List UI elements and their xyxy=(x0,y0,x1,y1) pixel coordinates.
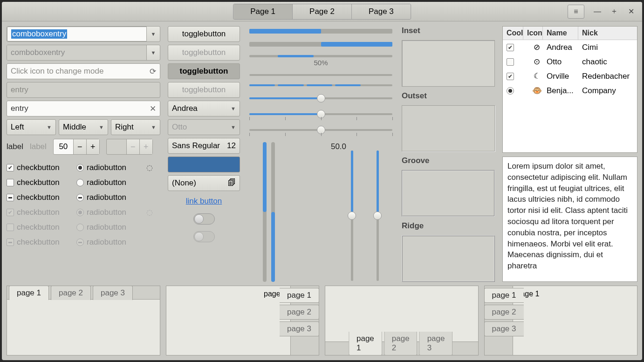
frame-groove xyxy=(402,170,495,217)
combo-left[interactable]: Left▼ xyxy=(7,119,56,135)
togglebutton-1[interactable]: togglebutton xyxy=(168,26,240,42)
treeview[interactable]: Cool Icon Name Nick ✔ ⊘ Andrea Cimi ⊙ xyxy=(502,26,637,153)
header-icon[interactable]: Icon xyxy=(523,27,543,40)
notebook-tab-1[interactable]: page 1 xyxy=(349,332,382,355)
titlebar: Page 1 Page 2 Page 3 ≡ — ＋ ✕ xyxy=(2,2,642,21)
table-row[interactable]: ⊙ Otto chaotic xyxy=(503,55,637,69)
mode-entry-input[interactable] xyxy=(11,67,150,76)
chevron-down-icon[interactable]: ▼ xyxy=(147,31,160,37)
column-treeview-text: Cool Icon Name Nick ✔ ⊘ Andrea Cimi ⊙ xyxy=(502,26,637,282)
checkbox-indeterminate-icon xyxy=(7,239,14,246)
entry-disabled xyxy=(7,82,160,98)
notebook-tab-2[interactable]: page 2 xyxy=(51,286,91,300)
combo-right[interactable]: Right▼ xyxy=(111,119,160,135)
column-frames: Inset Outset Groove Ridge xyxy=(402,26,495,282)
radiobutton-inconsistent[interactable]: radiobutton xyxy=(76,193,146,202)
notebook-tab-1[interactable]: page 1 xyxy=(280,288,319,303)
spinbutton-decrement[interactable]: − xyxy=(73,139,86,154)
entry-clearable[interactable]: ✕ xyxy=(7,101,160,116)
table-row[interactable]: 🐵 Benja... Company xyxy=(503,83,637,98)
scale-vertical-1[interactable] xyxy=(351,150,353,281)
cell-name: Andrea xyxy=(547,43,582,52)
textview[interactable]: Lorem ipsum dolor sit amet, consectetur … xyxy=(502,157,637,282)
radio-label: radiobutton xyxy=(87,178,126,187)
notebook-tab-2[interactable]: page 2 xyxy=(384,332,418,355)
font-button[interactable]: Sans Regular 12 xyxy=(168,138,240,154)
hamburger-icon: ≡ xyxy=(574,7,578,16)
hamburger-menu-button[interactable]: ≡ xyxy=(568,5,584,19)
entry-clearable-input[interactable] xyxy=(11,104,150,113)
row-checkbox-icon[interactable] xyxy=(507,58,514,66)
header-cool[interactable]: Cool xyxy=(503,27,523,40)
header-name[interactable]: Name xyxy=(543,27,578,40)
spinner-disabled-icon: ◌ xyxy=(146,208,160,217)
tab-page-2[interactable]: Page 2 xyxy=(293,4,352,19)
combo-middle[interactable]: Middle▼ xyxy=(59,119,108,135)
combo-andrea[interactable]: Andrea▼ xyxy=(168,101,240,116)
window-controls: ≡ — ＋ ✕ xyxy=(568,5,639,19)
scale-vertical-2[interactable] xyxy=(377,150,379,281)
check-label: checkbutton xyxy=(17,238,60,247)
togglebutton-4-disabled: togglebutton xyxy=(168,82,240,98)
color-button[interactable] xyxy=(168,157,240,172)
radio-label: radiobutton xyxy=(87,208,126,217)
notebook-tab-1[interactable]: page 1 xyxy=(9,286,49,300)
comboboxentry-1-text[interactable]: comboboxentry xyxy=(11,29,67,39)
spinbutton-disabled-increment: + xyxy=(139,139,152,154)
row-checkbox-icon[interactable]: ✔ xyxy=(507,44,514,51)
check-label: checkbutton xyxy=(17,163,60,172)
combo-andrea-label: Andrea xyxy=(172,104,198,113)
frame-inset xyxy=(402,40,495,87)
notebook-tab-3[interactable]: page 3 xyxy=(93,286,133,300)
checkbutton-checked[interactable]: ✔checkbutton xyxy=(7,163,76,172)
check-label: checkbutton xyxy=(17,193,60,202)
notebook-left-tabs: page 1 page 1 page 2 page 3 xyxy=(484,286,638,355)
table-row[interactable]: ✔ ☾ Orville Redenbacher xyxy=(503,69,637,83)
main-row: comboboxentry ▼ comboboxentry ▼ ⟳ ✕ xyxy=(7,26,637,282)
notebook-tab-3[interactable]: page 3 xyxy=(280,321,319,336)
radiobutton-unselected-disabled: radiobutton xyxy=(76,223,146,232)
comboboxentry-1[interactable]: comboboxentry ▼ xyxy=(7,26,160,42)
cell-nick: chaotic xyxy=(582,57,633,67)
notebook-tab-3[interactable]: page 3 xyxy=(484,321,524,336)
radio-label: radiobutton xyxy=(87,193,126,202)
checkbutton-unchecked[interactable]: checkbutton xyxy=(7,178,76,187)
radiobutton-selected[interactable]: radiobutton xyxy=(76,163,146,172)
notebook-tab-2[interactable]: page 2 xyxy=(280,305,319,320)
levelbar-vertical-2 xyxy=(271,142,275,282)
spinbutton[interactable]: 50 − + xyxy=(53,139,100,155)
maximize-button[interactable]: ＋ xyxy=(606,5,623,19)
radio-indeterminate-icon xyxy=(76,194,84,201)
header-nick[interactable]: Nick xyxy=(578,27,637,40)
spinbutton-increment[interactable]: + xyxy=(86,139,99,154)
checkbutton-inconsistent[interactable]: checkbutton xyxy=(7,193,76,202)
tab-page-3[interactable]: Page 3 xyxy=(352,4,411,19)
notebook-tab-3[interactable]: page 3 xyxy=(419,332,453,355)
check-label: checkbutton xyxy=(17,223,60,232)
notebook-tabbar: page 1 page 2 page 3 xyxy=(349,332,454,355)
notebook-tab-1[interactable]: page 1 xyxy=(484,288,524,303)
mode-entry[interactable]: ⟳ xyxy=(7,63,160,79)
togglebutton-3-active[interactable]: togglebutton xyxy=(168,63,240,79)
clear-icon[interactable]: ✕ xyxy=(150,104,156,114)
file-chooser-button[interactable]: (None) 🗐 xyxy=(168,175,240,191)
refresh-icon[interactable]: ⟳ xyxy=(150,67,156,76)
radiobutton-unselected[interactable]: radiobutton xyxy=(76,178,146,187)
switch-off[interactable] xyxy=(193,213,215,225)
row-radio-icon[interactable] xyxy=(507,87,514,95)
scale-horizontal-2-marks[interactable] xyxy=(249,113,392,115)
spinbutton-value[interactable]: 50 xyxy=(54,139,73,154)
row-checkbox-icon[interactable]: ✔ xyxy=(507,73,514,80)
switch-knob xyxy=(194,232,204,241)
minimize-button[interactable]: — xyxy=(589,5,606,19)
close-button[interactable]: ✕ xyxy=(623,5,639,19)
minimize-icon: — xyxy=(594,7,601,16)
notebook-tab-2[interactable]: page 2 xyxy=(484,305,524,320)
scale-horizontal-1[interactable] xyxy=(249,97,392,99)
spinbutton-disabled-value xyxy=(107,139,126,154)
table-row[interactable]: ✔ ⊘ Andrea Cimi xyxy=(503,40,637,55)
vertical-scale-label: 50.0 xyxy=(331,142,346,151)
tab-page-1[interactable]: Page 1 xyxy=(233,4,293,19)
radio-indeterminate-icon xyxy=(76,239,84,246)
link-button[interactable]: link button xyxy=(168,197,240,206)
